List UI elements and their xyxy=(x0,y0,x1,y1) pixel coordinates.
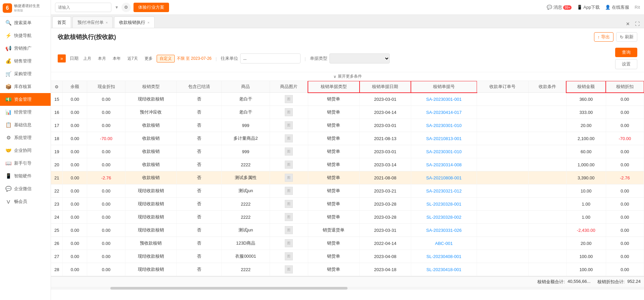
app-download-link[interactable]: 📱 App下载 xyxy=(577,4,600,10)
tab-prepay[interactable]: 预付冲应付单 × xyxy=(72,16,113,28)
cell-doc-no[interactable]: SA-20230414-017 xyxy=(411,106,477,119)
cell-balance: 0.00 xyxy=(63,224,87,237)
sidebar-item-management[interactable]: 📊 经营管理 xyxy=(0,106,51,119)
cell-doc-date: 2022-04-14 xyxy=(360,237,411,250)
table-container[interactable]: ⚙ 余额 现金折扣 核销类型 包含已结清 商品 商品图片 核销单据类型 核销单据… xyxy=(51,81,644,300)
cell-cash-discount: 0.00 xyxy=(87,145,125,158)
cell-doc-no[interactable]: SA-20230301-001 xyxy=(411,93,477,106)
date-btn-custom[interactable]: 自定义 xyxy=(157,55,175,62)
th-order-no: 收款单订单号 xyxy=(477,81,529,93)
cell-product: 衣服00001 xyxy=(221,250,270,263)
setting-button[interactable]: 设置 xyxy=(615,59,637,69)
cell-cash-discount: 0.00 xyxy=(87,106,125,119)
sidebar-item-label: 企业协同 xyxy=(14,147,32,154)
tab-collection[interactable]: 收款核销执行 × xyxy=(114,16,154,28)
tab-collection-close[interactable]: × xyxy=(147,20,149,25)
sidebar-item-basic[interactable]: 📋 基础信息 xyxy=(0,119,51,131)
cell-doc-no[interactable]: SA-20230301-010 xyxy=(411,145,477,158)
cell-id: 23 xyxy=(51,198,63,211)
export-button[interactable]: ↑ 导出 xyxy=(594,32,614,42)
cell-doc-no[interactable]: SL-20230418-001 xyxy=(411,263,477,276)
cell-doc-no[interactable]: SA-20230331-026 xyxy=(411,224,477,237)
cell-payment-terms xyxy=(528,158,566,171)
page-actions: ↑ 导出 ↻ 刷新 xyxy=(594,32,638,42)
cell-doc-no[interactable]: SL-20230328-002 xyxy=(411,211,477,224)
sidebar-item-purchase[interactable]: 🛒 采购管理 xyxy=(0,68,51,80)
sales-icon: 💰 xyxy=(5,58,11,64)
cell-image: 图 xyxy=(270,198,308,211)
table-row: 28 0.00 0.00 现结收款核销 否 2222 图 销货单 2023-04… xyxy=(51,263,644,276)
date-btn-this-year[interactable]: 本年 xyxy=(110,55,123,62)
date-btn-this-month[interactable]: 本月 xyxy=(95,55,109,62)
date-btn-last-month[interactable]: 上月 xyxy=(80,55,94,62)
total-discount-label: 核销折扣合计: xyxy=(597,279,625,285)
cell-id: 27 xyxy=(51,250,63,263)
cell-doc-no[interactable]: SA-20230314-008 xyxy=(411,158,477,171)
cell-image: 图 xyxy=(270,145,308,158)
sidebar-item-member[interactable]: V 畅会员 xyxy=(0,195,51,208)
sidebar-item-quicknav[interactable]: ⚡ 快捷导航 xyxy=(0,29,51,42)
expand-more-label: 展开更多条件 xyxy=(338,74,362,79)
sidebar-item-label: 销售管理 xyxy=(14,58,32,64)
cell-doc-no[interactable]: ABC-001 xyxy=(411,237,477,250)
th-settings[interactable]: ⚙ xyxy=(51,81,63,93)
th-product-image: 商品图片 xyxy=(270,81,308,93)
sidebar-item-wechat[interactable]: 💬 企业微信 xyxy=(0,182,51,195)
partner-filter-input[interactable] xyxy=(240,53,301,63)
cell-doc-type: 销货单 xyxy=(308,93,360,106)
cell-doc-no[interactable]: SA-20210813-001 xyxy=(411,132,477,145)
cell-doc-no[interactable]: SL-20230328-001 xyxy=(411,198,477,211)
cell-settled: 否 xyxy=(177,106,221,119)
sidebar-item-collab[interactable]: 🤝 企业协同 xyxy=(0,144,51,157)
expand-more-bar: ∨ 展开更多条件 xyxy=(51,72,644,81)
tab-prepay-close[interactable]: × xyxy=(106,20,108,25)
filter-expand-button[interactable]: » xyxy=(58,54,66,62)
cell-doc-no[interactable]: SL-20230408-001 xyxy=(411,250,477,263)
member-icon: V xyxy=(5,199,11,205)
scrollbar-thumb[interactable] xyxy=(110,287,347,290)
sidebar-item-search[interactable]: 🔍 搜索菜单 xyxy=(0,16,51,29)
cell-product: 2222 xyxy=(221,198,270,211)
sidebar-item-guide[interactable]: 📖 新手引导 xyxy=(0,157,51,170)
topbar-search-input[interactable] xyxy=(55,3,111,12)
query-button[interactable]: 查询 xyxy=(615,48,637,57)
close-window-button[interactable]: ✕ xyxy=(624,20,632,28)
refresh-button[interactable]: ↻ 刷新 xyxy=(616,32,637,42)
cell-doc-no[interactable]: SA-20230301-010 xyxy=(411,119,477,132)
date-btn-7days[interactable]: 近7天 xyxy=(125,55,141,62)
maximize-button[interactable]: ⛶ xyxy=(633,20,641,28)
cell-order-no xyxy=(477,211,529,224)
sidebar-item-hardware[interactable]: 📱 智能硬件 xyxy=(0,170,51,182)
cell-settled: 否 xyxy=(177,132,221,145)
settings-gear-button[interactable]: ⚙ xyxy=(121,3,131,12)
cell-type: 预收款核销 xyxy=(125,237,177,250)
table-row: 23 0.00 0.00 现结收款核销 否 2222 图 销货单 2023-03… xyxy=(51,198,644,211)
cell-type: 现结收款核销 xyxy=(125,198,177,211)
sidebar-item-marketing[interactable]: 📢 营销推广 xyxy=(0,42,51,55)
sidebar-item-inventory[interactable]: 📦 库存核算 xyxy=(0,80,51,93)
doctype-filter-select[interactable] xyxy=(329,53,390,63)
cell-doc-date: 2023-03-21 xyxy=(360,184,411,198)
online-service-link[interactable]: 👤 在线客服 xyxy=(605,4,629,10)
cell-doc-no[interactable]: SA-20210808-001 xyxy=(411,171,477,184)
sidebar-item-system[interactable]: ⚙ 系统管理 xyxy=(0,131,51,144)
cell-type: 收款核销 xyxy=(125,145,177,158)
solution-button[interactable]: 体验行业方案 xyxy=(133,3,169,12)
message-area[interactable]: 💬 消息 99+ xyxy=(547,4,572,10)
cell-doc-no[interactable]: SA-20230321-012 xyxy=(411,184,477,198)
user-info[interactable]: Rit xyxy=(635,5,640,10)
table-row: 24 0.00 0.00 现结收款核销 否 2222 图 销货单 2023-03… xyxy=(51,211,644,224)
cell-doc-type: 销货单 xyxy=(308,132,360,145)
sidebar-item-finance[interactable]: 💵 资金管理 xyxy=(0,93,51,106)
logo-area: 6 畅捷通谱好生意 标推版 xyxy=(0,0,51,16)
horizontal-scrollbar[interactable] xyxy=(51,287,644,290)
cell-amount: 1.00 xyxy=(566,198,606,211)
cell-image: 图 xyxy=(270,250,308,263)
total-amount-label: 核销金额合计: xyxy=(537,279,565,285)
sidebar-item-sales[interactable]: 💰 销售管理 xyxy=(0,55,51,68)
cell-settled: 否 xyxy=(177,171,221,184)
tab-home[interactable]: 首页 xyxy=(52,16,71,28)
date-btn-more[interactable]: 更多 xyxy=(142,55,155,62)
tab-bar: 首页 预付冲应付单 × 收款核销执行 × ✕ ⛶ xyxy=(51,15,644,28)
expand-more-button[interactable]: ∨ 展开更多条件 xyxy=(328,72,367,81)
